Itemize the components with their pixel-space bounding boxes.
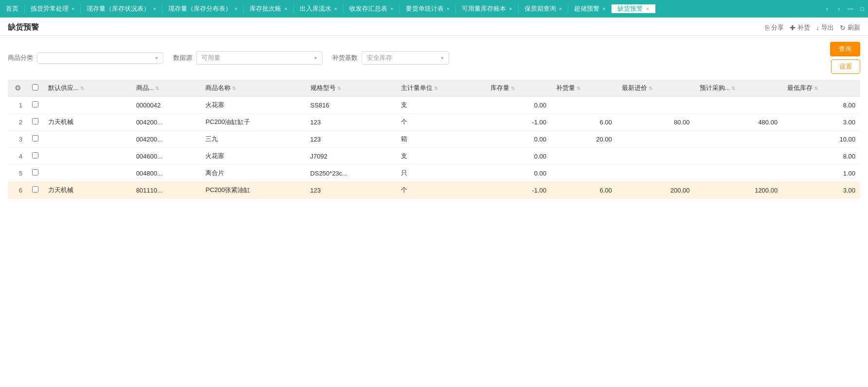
table-wrapper: ⚙ 默认供应...⇅ 商品...⇅ 商品名称⇅ 规格型号⇅ 主计量单位⇅ 库存量… — [0, 80, 868, 199]
row-checkbox[interactable] — [32, 101, 38, 107]
row-replenish: 20.00 — [551, 131, 617, 148]
sort-icon: ⇅ — [731, 86, 735, 91]
row-product-code: 004200... — [131, 114, 201, 131]
row-checkbox[interactable] — [32, 186, 38, 193]
tab-shortage[interactable]: 缺货预警× — [612, 4, 655, 13]
row-checkbox[interactable] — [32, 152, 38, 158]
category-select[interactable]: ▾ — [37, 53, 163, 64]
tab-overstock[interactable]: 超储预警× — [568, 4, 612, 13]
tab-close-icon[interactable]: × — [235, 6, 237, 12]
tab-collect-summary[interactable]: 收发存汇总表× — [344, 4, 399, 13]
row-checkbox-cell[interactable] — [27, 131, 43, 148]
refresh-button[interactable]: ↻ 刷新 — [840, 23, 860, 32]
tab-label: 首页 — [6, 4, 18, 13]
row-number: 1 — [8, 97, 27, 114]
row-est-purchase — [695, 148, 783, 165]
tab-close-icon[interactable]: × — [509, 6, 512, 12]
tab-stock-status[interactable]: 现存量（库存状况表）× — [81, 4, 162, 13]
tab-batch-account[interactable]: 库存批次账× — [244, 4, 293, 13]
tab-label: 现存量（库存状况表） — [87, 4, 150, 13]
row-checkbox-cell[interactable] — [27, 165, 43, 182]
tab-available-ledger[interactable]: 可用量库存账本× — [456, 4, 518, 13]
datasource-select[interactable]: 可用量 ▾ — [196, 51, 323, 65]
tab-inout-flow[interactable]: 出入库流水× — [294, 4, 344, 13]
datasource-label: 数据源 — [173, 53, 192, 62]
tab-next-btn[interactable]: › — [833, 0, 845, 18]
row-product-code: 004800... — [131, 165, 201, 182]
tab-label: 收发存汇总表 — [349, 4, 387, 13]
row-min-stock: 8.00 — [782, 148, 860, 165]
setting-button[interactable]: 设置 — [831, 59, 860, 74]
filter-right-actions: 查询 设置 — [830, 42, 860, 74]
row-checkbox[interactable] — [32, 135, 38, 141]
tab-label: 可用量库存账本 — [462, 4, 506, 13]
sort-icon: ⇅ — [232, 86, 236, 91]
tab-close-icon[interactable]: × — [284, 6, 287, 12]
row-min-stock: 1.00 — [782, 165, 860, 182]
row-checkbox-cell[interactable] — [27, 148, 43, 165]
row-supplier — [43, 97, 131, 114]
tab-home[interactable]: 首页 — [0, 4, 25, 13]
row-product-code: 004600... — [131, 148, 201, 165]
tab-close-icon[interactable]: × — [646, 6, 649, 12]
chevron-down-icon: ▾ — [314, 55, 317, 61]
page-header: 缺货预警 ⎘ 分享 ✚ 补货 ↓ 导出 ↻ 刷新 — [0, 18, 868, 36]
tab-order-stat[interactable]: 要货单统计表× — [400, 4, 456, 13]
tab-label: 出入库流水 — [300, 4, 331, 13]
row-est-purchase: 1200.00 — [695, 182, 783, 199]
replenish-basis-select[interactable]: 安全库存 ▾ — [362, 51, 449, 65]
tab-stock-dist[interactable]: 现存量（库存分布表）× — [163, 4, 244, 13]
chevron-down-icon: ▾ — [441, 55, 444, 61]
row-number: 2 — [8, 114, 27, 131]
row-unit: 个 — [396, 182, 486, 199]
row-checkbox-cell[interactable] — [27, 182, 43, 199]
tab-close-icon[interactable]: × — [153, 6, 156, 12]
row-number: 4 — [8, 148, 27, 165]
checkbox-header[interactable] — [27, 80, 43, 97]
row-product-name: PC200张紧油缸 — [200, 182, 305, 199]
tab-close-icon[interactable]: × — [447, 6, 450, 12]
gear-header[interactable]: ⚙ — [8, 80, 27, 97]
tab-close-icon[interactable]: × — [559, 6, 562, 12]
sort-icon: ⇅ — [337, 86, 341, 91]
tab-minimize-btn[interactable]: — — [845, 0, 856, 18]
col-latest-price: 最新进价⇅ — [617, 80, 695, 97]
row-supplier: 力天机械 — [43, 114, 131, 131]
tab-expiry-query[interactable]: 保质期查询× — [519, 4, 568, 13]
tab-close-icon[interactable]: × — [390, 6, 393, 12]
row-stock: 0.00 — [486, 131, 551, 148]
tab-close-icon[interactable]: × — [72, 6, 74, 12]
row-min-stock: 10.00 — [782, 131, 860, 148]
row-stock: -1.00 — [486, 114, 551, 131]
share-button[interactable]: ⎘ 分享 — [765, 23, 784, 32]
row-est-purchase — [695, 165, 783, 182]
tab-maximize-btn[interactable]: □ — [856, 0, 868, 18]
query-button[interactable]: 查询 — [830, 42, 860, 56]
row-checkbox[interactable] — [32, 118, 38, 124]
export-button[interactable]: ↓ 导出 — [816, 23, 834, 32]
replenish-icon: ✚ — [790, 24, 796, 32]
row-checkbox-cell[interactable] — [27, 97, 43, 114]
row-replenish — [551, 165, 617, 182]
tab-exception[interactable]: 拣货异常处理× — [25, 4, 81, 13]
row-spec: 123 — [306, 182, 396, 199]
refresh-icon: ↻ — [840, 24, 846, 32]
col-unit: 主计量单位⇅ — [396, 80, 486, 97]
row-spec: DS250*23c... — [306, 165, 396, 182]
row-checkbox-cell[interactable] — [27, 114, 43, 131]
row-checkbox[interactable] — [32, 169, 38, 176]
table-row: 5 004800... 离合片 DS250*23c... 只 0.00 1.00 — [8, 165, 860, 182]
sort-icon: ⇅ — [649, 86, 652, 91]
page-title: 缺货预警 — [8, 22, 39, 33]
datasource-value: 可用量 — [201, 53, 220, 62]
tab-label: 超储预警 — [574, 4, 599, 13]
tab-close-icon[interactable]: × — [602, 6, 605, 12]
gear-icon[interactable]: ⚙ — [15, 84, 21, 92]
tab-prev-btn[interactable]: ‹ — [821, 0, 833, 18]
tab-close-icon[interactable]: × — [334, 6, 337, 12]
table-row: 2 力天机械 004200... PC200油缸缸子 123 个 -1.00 6… — [8, 114, 860, 131]
row-min-stock: 8.00 — [782, 97, 860, 114]
col-product-code: 商品...⇅ — [131, 80, 201, 97]
replenish-button[interactable]: ✚ 补货 — [790, 23, 810, 32]
select-all-checkbox[interactable] — [32, 84, 38, 90]
